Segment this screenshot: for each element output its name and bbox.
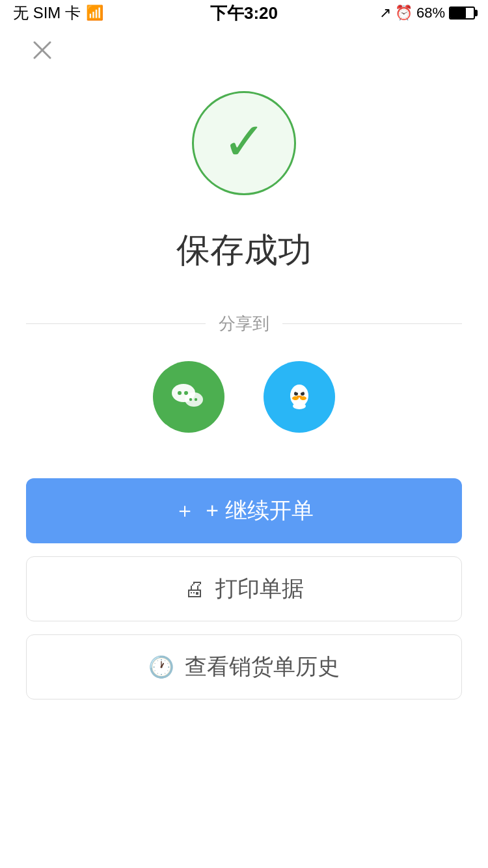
main-content: ✓ 保存成功 分享到 bbox=[0, 26, 488, 699]
status-left: 无 SIM 卡 📶 bbox=[13, 3, 103, 23]
svg-rect-15 bbox=[297, 396, 302, 398]
svg-point-5 bbox=[185, 392, 203, 407]
checkmark-icon: ✓ bbox=[223, 116, 266, 168]
divider-left bbox=[26, 323, 206, 324]
battery-percent: 68% bbox=[416, 5, 445, 21]
no-sim-text: 无 SIM 卡 bbox=[13, 3, 81, 23]
alarm-icon: ⏰ bbox=[395, 5, 413, 21]
action-buttons: ＋ + 继续开单 🖨 打印单据 🕐 查看销货单历史 bbox=[0, 478, 488, 699]
wechat-icon bbox=[169, 377, 208, 416]
printer-icon: 🖨 bbox=[184, 577, 205, 601]
status-right: ↗ ⏰ 68% bbox=[379, 5, 475, 21]
share-label: 分享到 bbox=[206, 312, 282, 335]
close-icon bbox=[33, 41, 51, 59]
qq-icon bbox=[280, 377, 319, 416]
continue-order-button[interactable]: ＋ + 继续开单 bbox=[26, 478, 462, 543]
plus-icon: ＋ bbox=[174, 496, 195, 525]
divider-section: 分享到 bbox=[0, 312, 488, 335]
continue-order-label: + 继续开单 bbox=[206, 496, 313, 526]
svg-point-6 bbox=[189, 398, 192, 401]
share-wechat-button[interactable] bbox=[153, 361, 224, 433]
svg-point-9 bbox=[293, 403, 306, 409]
close-button[interactable] bbox=[26, 34, 59, 66]
status-time: 下午3:20 bbox=[210, 2, 278, 25]
svg-point-7 bbox=[195, 398, 197, 401]
share-qq-button[interactable] bbox=[264, 361, 335, 433]
success-circle: ✓ bbox=[192, 91, 296, 195]
view-history-button[interactable]: 🕐 查看销货单历史 bbox=[26, 634, 462, 699]
status-bar: 无 SIM 卡 📶 下午3:20 ↗ ⏰ 68% bbox=[0, 0, 488, 26]
share-icons bbox=[153, 361, 335, 433]
divider-right bbox=[282, 323, 462, 324]
view-history-label: 查看销货单历史 bbox=[185, 652, 340, 682]
wifi-icon: 📶 bbox=[86, 5, 103, 21]
svg-point-4 bbox=[184, 391, 188, 395]
print-receipt-button[interactable]: 🖨 打印单据 bbox=[26, 556, 462, 621]
svg-point-14 bbox=[294, 385, 305, 393]
print-receipt-label: 打印单据 bbox=[215, 574, 304, 604]
battery-icon bbox=[449, 7, 475, 20]
history-icon: 🕐 bbox=[148, 655, 174, 679]
success-title: 保存成功 bbox=[176, 228, 312, 273]
location-icon: ↗ bbox=[379, 5, 391, 21]
svg-point-3 bbox=[178, 391, 182, 395]
